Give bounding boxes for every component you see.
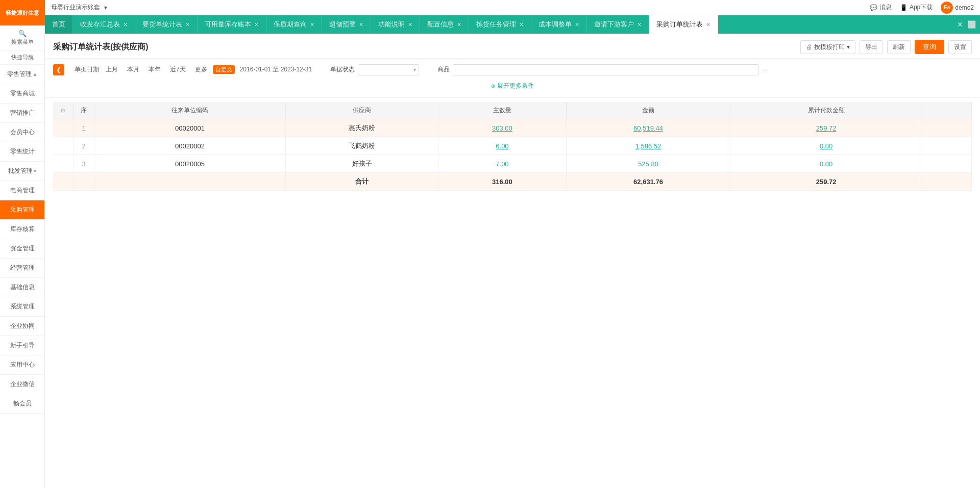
tab-cost[interactable]: 成本调整单 ✕ <box>531 15 587 34</box>
settings-button[interactable]: 设置 <box>948 40 972 54</box>
sidebar-item-guide[interactable]: 新手引导 <box>0 336 44 355</box>
tab-close-all-icon[interactable]: ✕ <box>957 20 963 29</box>
app-download-label: App下载 <box>910 3 933 12</box>
col-settings: ⚙ <box>53 102 74 119</box>
export-button[interactable]: 导出 <box>860 40 883 54</box>
row3-index: 3 <box>74 155 94 173</box>
expand-filters-btn[interactable]: ⊕ 展开更多条件 <box>483 80 542 92</box>
table-area: ⚙ 序 往来单位编码 供应商 主数量 金额 累计付款金额 1 <box>45 102 980 199</box>
row2-paid[interactable]: 0.00 <box>730 137 922 155</box>
tab-overstock-close[interactable]: ✕ <box>359 21 363 28</box>
refresh-button[interactable]: 刷新 <box>887 40 911 54</box>
row1-amount[interactable]: 60,519.44 <box>566 119 730 137</box>
sidebar-item-system[interactable]: 系统管理 <box>0 297 44 317</box>
date-btn-this-month[interactable]: 本月 <box>124 64 143 75</box>
goods-more-icon[interactable]: ··· <box>762 66 767 73</box>
tab-invite-label: 邀请下游客户 <box>594 20 634 29</box>
tab-function-close[interactable]: ✕ <box>408 21 412 28</box>
row1-supplier: 惠氏奶粉 <box>286 119 438 137</box>
chevron-down-icon-2: ▾ <box>34 168 36 174</box>
sidebar-item-enterprise[interactable]: 企业协同 <box>0 317 44 336</box>
query-button[interactable]: 查询 <box>915 40 944 54</box>
filter-area: ❮ 单据日期 上月 本月 本年 近7天 更多 自定义 2016-01-01 至 … <box>45 59 980 98</box>
sidebar-item-finance[interactable]: 资金管理 <box>0 239 44 259</box>
tab-expiry[interactable]: 保质期查询 ✕ <box>266 15 322 34</box>
print-button[interactable]: 🖨 按模板打印 ▾ <box>800 40 855 54</box>
status-filter-label: 单据状态 <box>330 65 355 74</box>
sidebar-item-wholesale[interactable]: 批发管理 ▾ <box>0 162 44 181</box>
tab-function[interactable]: 功能说明 ✕ <box>371 15 420 34</box>
table-row: 2 00020002 飞鹤奶粉 6.00 1,586.52 0.00 <box>53 137 972 155</box>
date-btn-this-year[interactable]: 本年 <box>145 64 164 75</box>
sidebar-item-quick-nav[interactable]: 快捷导航 <box>0 50 44 65</box>
tab-task-close[interactable]: ✕ <box>519 21 524 28</box>
tab-invite-close[interactable]: ✕ <box>637 21 642 28</box>
user-menu[interactable]: Ea demo2 <box>941 2 974 14</box>
sidebar-basic-label: 基础信息 <box>10 283 35 292</box>
message-icon: 💬 <box>870 4 877 11</box>
custom-date-badge[interactable]: 自定义 <box>213 65 235 74</box>
row1-paid[interactable]: 259.72 <box>730 119 922 137</box>
sidebar-item-marketing[interactable]: 营销推广 <box>0 104 44 123</box>
sidebar-item-retail[interactable]: 零售管理 ▲ <box>0 65 44 84</box>
tab-expand-icon[interactable]: ⬜ <box>967 20 976 29</box>
sidebar-item-operations[interactable]: 经营管理 <box>0 259 44 278</box>
filter-expand-row: ⊕ 展开更多条件 <box>53 80 972 92</box>
tab-task-label: 拣货任务管理 <box>476 20 516 29</box>
query-label: 查询 <box>923 43 936 50</box>
tab-goods-stat-label: 要货单统计表 <box>142 20 182 29</box>
tab-collect[interactable]: 收发存汇总表 ✕ <box>73 15 135 34</box>
sidebar-finance-label: 资金管理 <box>10 244 35 253</box>
topbar-dropdown-icon[interactable]: ▾ <box>104 4 107 11</box>
sidebar-search-label: 搜索菜单 <box>11 38 34 46</box>
tab-config-close[interactable]: ✕ <box>457 21 461 28</box>
filter-status-item: 单据状态 <box>330 64 419 75</box>
sidebar-item-inventory[interactable]: 库存核算 <box>0 220 44 239</box>
sidebar-guide-label: 新手引导 <box>10 341 35 350</box>
tab-goods-stat[interactable]: 要货单统计表 ✕ <box>135 15 198 34</box>
tab-inventory[interactable]: 可用量库存账本 ✕ <box>198 15 266 34</box>
sidebar-item-retail-stat[interactable]: 零售统计 <box>0 142 44 162</box>
row3-qty[interactable]: 7.00 <box>438 155 566 173</box>
filter-collapse-btn[interactable]: ❮ <box>53 64 64 75</box>
tab-purchase-stat-close[interactable]: ✕ <box>706 21 710 28</box>
column-settings-icon[interactable]: ⚙ <box>60 107 66 114</box>
tab-expiry-close[interactable]: ✕ <box>310 21 314 28</box>
topbar: 母婴行业演示账套 ▾ 💬 消息 📱 App下载 Ea demo2 <box>45 0 980 15</box>
app-download-btn[interactable]: 📱 App下载 <box>900 3 933 12</box>
sidebar-item-search[interactable]: 🔍 搜索菜单 <box>0 25 44 50</box>
row2-amount[interactable]: 1,586.52 <box>566 137 730 155</box>
tab-config[interactable]: 配置信息 ✕ <box>420 15 469 34</box>
tab-expiry-label: 保质期查询 <box>274 20 307 29</box>
row1-qty[interactable]: 303.00 <box>438 119 566 137</box>
tab-purchase-stat[interactable]: 采购订单统计表 ✕ <box>649 15 718 34</box>
sidebar-item-purchase[interactable]: 采购管理 <box>0 200 44 220</box>
tab-overstock[interactable]: 超储预警 ✕ <box>322 15 371 34</box>
date-btn-last-month[interactable]: 上月 <box>102 64 121 75</box>
date-btn-more[interactable]: 更多 <box>191 64 211 75</box>
row3-amount[interactable]: 525.80 <box>566 155 730 173</box>
sidebar-item-ecommerce[interactable]: 电商管理 <box>0 181 44 200</box>
goods-input[interactable] <box>453 64 759 75</box>
tab-home-label: 首页 <box>52 20 65 29</box>
search-icon: 🔍 <box>18 30 27 37</box>
sidebar-item-app-center[interactable]: 应用中心 <box>0 355 44 375</box>
tab-inventory-close[interactable]: ✕ <box>254 21 259 28</box>
row3-paid[interactable]: 0.00 <box>730 155 922 173</box>
sidebar-item-vip[interactable]: 畅会员 <box>0 394 44 414</box>
tab-home[interactable]: 首页 <box>45 15 73 34</box>
sidebar-item-retail-mall[interactable]: 零售商城 <box>0 84 44 104</box>
tab-task[interactable]: 拣货任务管理 ✕ <box>469 15 531 34</box>
tab-invite[interactable]: 邀请下游客户 ✕ <box>587 15 649 34</box>
status-select[interactable] <box>358 64 419 75</box>
page-actions: 🖨 按模板打印 ▾ 导出 刷新 查询 设置 <box>800 40 972 54</box>
sidebar-item-basic[interactable]: 基础信息 <box>0 278 44 297</box>
tab-goods-stat-close[interactable]: ✕ <box>185 21 190 28</box>
row2-qty[interactable]: 6.00 <box>438 137 566 155</box>
sidebar-item-member[interactable]: 会员中心 <box>0 123 44 142</box>
tab-cost-close[interactable]: ✕ <box>575 21 579 28</box>
sidebar-item-wechat[interactable]: 企业微信 <box>0 375 44 394</box>
tab-collect-close[interactable]: ✕ <box>123 21 128 28</box>
message-btn[interactable]: 💬 消息 <box>870 3 892 12</box>
date-btn-7days[interactable]: 近7天 <box>166 64 189 75</box>
